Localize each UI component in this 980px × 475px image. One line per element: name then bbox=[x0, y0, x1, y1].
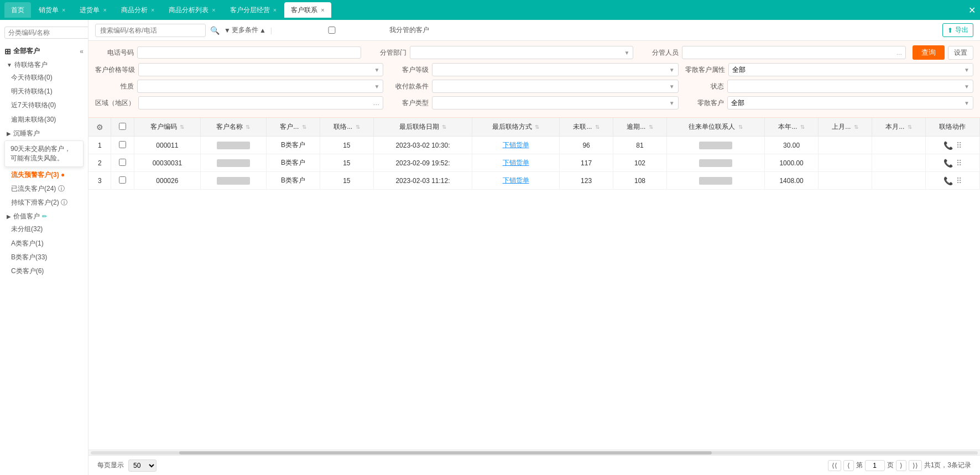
col-type[interactable]: 客户... ⇅ bbox=[266, 118, 320, 137]
sidebar-item-declining[interactable]: 持续下滑客户(2) ⓘ bbox=[0, 196, 88, 210]
sort-last-month-icon[interactable]: ⇅ bbox=[854, 124, 858, 130]
table-settings-icon[interactable]: ⚙ bbox=[96, 123, 103, 132]
scrollbar-thumb[interactable] bbox=[179, 451, 711, 455]
sidebar-item-ungrouped[interactable]: 未分组(32) bbox=[0, 222, 88, 236]
row1-phone-icon[interactable]: 📞 bbox=[943, 141, 953, 150]
more-conditions-button[interactable]: ▼ 更多条件 ▲ bbox=[224, 25, 266, 35]
value-edit-icon[interactable]: ✏ bbox=[42, 213, 47, 220]
filter-phone-input[interactable] bbox=[137, 46, 361, 59]
tab-close-customer-segment[interactable]: × bbox=[273, 7, 277, 13]
sort-name-icon[interactable]: ⇅ bbox=[246, 124, 250, 130]
sidebar-all-customers[interactable]: ⊞ 全部客户 « bbox=[0, 44, 88, 58]
row2-more-icon[interactable]: ⠿ bbox=[956, 159, 962, 168]
filter-nature-select[interactable]: ▼ bbox=[137, 80, 383, 93]
row3-phone-icon[interactable]: 📞 bbox=[943, 176, 953, 185]
sidebar-item-today[interactable]: 今天待联络(0) bbox=[0, 71, 88, 85]
sort-code-icon[interactable]: ⇅ bbox=[180, 124, 184, 130]
sort-type-icon[interactable]: ⇅ bbox=[302, 124, 306, 130]
filter-status-select[interactable]: ▼ bbox=[727, 80, 973, 93]
pagination-next-btn[interactable]: ⟩ bbox=[896, 460, 906, 471]
filter-region-select[interactable]: … bbox=[138, 96, 383, 109]
select-all-checkbox[interactable] bbox=[119, 123, 126, 130]
col-code[interactable]: 客户编码 ⇅ bbox=[134, 118, 200, 137]
col-last-month[interactable]: 上月... ⇅ bbox=[819, 118, 872, 137]
filter-zero-attr-select[interactable]: 全部 ▼ bbox=[728, 63, 973, 76]
sidebar-item-c-class[interactable]: C类客户(6) bbox=[0, 264, 88, 278]
col-overdue[interactable]: 逾期... ⇅ bbox=[613, 118, 667, 137]
search-input[interactable] bbox=[95, 24, 206, 37]
filter-dept-select[interactable]: ▼ bbox=[410, 46, 634, 59]
sidebar-item-churn-warning[interactable]: 流失预警客户(3) ● bbox=[0, 168, 88, 182]
tab-close-sales[interactable]: × bbox=[62, 7, 65, 13]
col-last-type[interactable]: 最后联络方式 ⇅ bbox=[472, 118, 560, 137]
sidebar-section-dormant[interactable]: ▶ 沉睡客户 bbox=[0, 127, 88, 139]
tab-customer-contact[interactable]: 客户联系 × bbox=[284, 2, 331, 18]
page-size-select[interactable]: 50 20 100 bbox=[128, 460, 157, 472]
sort-overdue-icon[interactable]: ⇅ bbox=[649, 124, 653, 130]
sort-this-month-icon[interactable]: ⇅ bbox=[908, 124, 912, 130]
settings-button[interactable]: 设置 bbox=[948, 46, 973, 60]
sidebar-item-7days[interactable]: 近7天待联络(0) bbox=[0, 98, 88, 112]
pagination-page-input[interactable] bbox=[865, 460, 885, 471]
row1-last-type[interactable]: 下销货单 bbox=[472, 137, 560, 154]
pagination-first-btn[interactable]: ⟨⟨ bbox=[828, 460, 841, 471]
tab-product-list[interactable]: 商品分析列表 × bbox=[162, 2, 222, 18]
sidebar-search-input[interactable] bbox=[4, 27, 88, 39]
col-name[interactable]: 客户名称 ⇅ bbox=[200, 118, 266, 137]
tab-close-product-list[interactable]: × bbox=[212, 7, 215, 13]
region-more-icon[interactable]: … bbox=[373, 99, 379, 107]
row1-checkbox[interactable] bbox=[111, 137, 134, 154]
tab-sales[interactable]: 销货单 × bbox=[32, 2, 72, 18]
tab-close-customer-contact[interactable]: × bbox=[321, 7, 324, 13]
query-button[interactable]: 查询 bbox=[913, 45, 945, 60]
row3-more-icon[interactable]: ⠿ bbox=[956, 176, 962, 185]
tab-purchase[interactable]: 进货单 × bbox=[73, 2, 113, 18]
sidebar-section-pending[interactable]: ▼ 待联络客户 bbox=[0, 58, 88, 71]
filter-customer-grade-select[interactable]: ▼ bbox=[432, 63, 678, 76]
sort-last-date-icon[interactable]: ⇅ bbox=[442, 124, 446, 130]
col-this-year[interactable]: 本年... ⇅ bbox=[765, 118, 819, 137]
sort-last-type-icon[interactable]: ⇅ bbox=[535, 124, 539, 130]
sort-person-icon[interactable]: ⇅ bbox=[738, 124, 743, 130]
sidebar-section-value[interactable]: ▶ 价值客户 ✏ bbox=[0, 210, 88, 222]
search-button[interactable]: 🔍 bbox=[210, 26, 220, 35]
filter-payment-select[interactable]: ▼ bbox=[432, 80, 678, 93]
collapse-icon[interactable]: « bbox=[80, 48, 84, 55]
row3-checkbox[interactable] bbox=[111, 172, 134, 190]
scrollbar-track[interactable] bbox=[91, 451, 978, 455]
filter-price-grade-select[interactable]: ▼ bbox=[138, 63, 383, 76]
pagination-prev-btn[interactable]: ⟨ bbox=[843, 460, 854, 471]
sidebar-item-churned[interactable]: 已流失客户(24) ⓘ bbox=[0, 182, 88, 196]
col-person[interactable]: 往来单位联系人 ⇅ bbox=[666, 118, 764, 137]
tab-close-product-analysis[interactable]: × bbox=[151, 7, 154, 13]
col-contact[interactable]: 联络... ⇅ bbox=[320, 118, 373, 137]
row2-phone-icon[interactable]: 📞 bbox=[943, 159, 953, 168]
filter-person-select[interactable]: … bbox=[682, 46, 906, 59]
tab-close-purchase[interactable]: × bbox=[103, 7, 106, 13]
sidebar-item-b-class[interactable]: B类客户(33) bbox=[0, 250, 88, 264]
sort-this-year-icon[interactable]: ⇅ bbox=[800, 124, 805, 130]
row1-more-icon[interactable]: ⠿ bbox=[956, 141, 962, 150]
pagination-last-btn[interactable]: ⟩⟩ bbox=[909, 460, 922, 471]
sort-unlink-icon[interactable]: ⇅ bbox=[595, 124, 600, 130]
export-button[interactable]: ⬆ 导出 bbox=[942, 23, 973, 37]
sort-contact-icon[interactable]: ⇅ bbox=[356, 124, 360, 130]
row2-checkbox[interactable] bbox=[111, 154, 134, 172]
window-close-button[interactable]: ✕ bbox=[968, 5, 976, 15]
tab-home[interactable]: 首页 bbox=[4, 2, 31, 18]
sidebar-item-tomorrow[interactable]: 明天待联络(1) bbox=[0, 85, 88, 98]
row3-last-type[interactable]: 下销货单 bbox=[472, 172, 560, 190]
filter-customer-type-select[interactable]: ▼ bbox=[432, 96, 678, 109]
sidebar-item-a-class[interactable]: A类客户(1) bbox=[0, 237, 88, 250]
col-last-date[interactable]: 最后联络日期 ⇅ bbox=[373, 118, 472, 137]
horizontal-scrollbar[interactable] bbox=[88, 450, 980, 455]
sidebar-item-overdue[interactable]: 逾期未联络(30) bbox=[0, 113, 88, 127]
my-customers-checkbox-label[interactable]: 我分管的客户 bbox=[277, 25, 429, 35]
tab-product-analysis[interactable]: 商品分析 × bbox=[114, 2, 161, 18]
filter-zero-customer-select[interactable]: 全部 ▼ bbox=[727, 96, 973, 109]
col-this-month[interactable]: 本月... ⇅ bbox=[872, 118, 925, 137]
col-unlink[interactable]: 未联... ⇅ bbox=[560, 118, 613, 137]
my-customers-checkbox[interactable] bbox=[277, 27, 387, 34]
row2-last-type[interactable]: 下销货单 bbox=[472, 154, 560, 172]
tab-customer-segment[interactable]: 客户分层经营 × bbox=[223, 2, 283, 18]
